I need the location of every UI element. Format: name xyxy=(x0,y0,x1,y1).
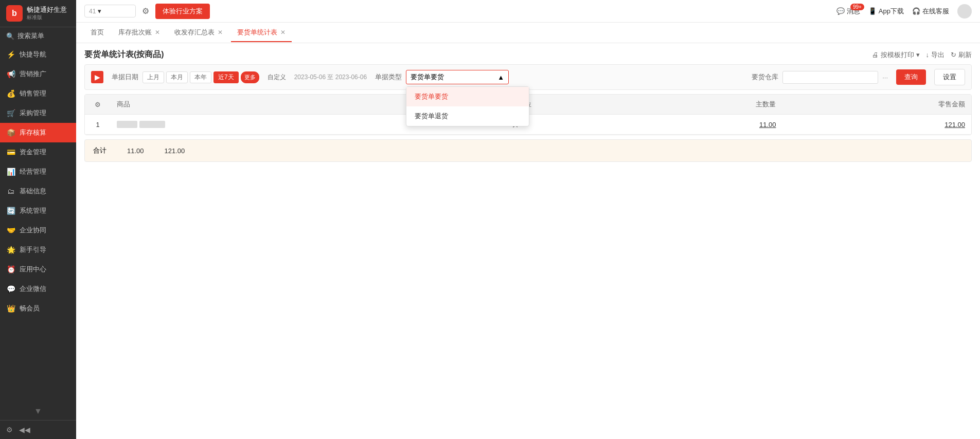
nav-icon-basic: 🗂 xyxy=(6,187,15,196)
sidebar-item-member[interactable]: 👑畅会员 xyxy=(0,299,76,318)
summary-label-text: 合计 xyxy=(93,146,106,155)
page-header: 要货单统计表(按商品) 🖨 按模板打印 ▾ ↓ 导出 ↻ 刷新 xyxy=(76,43,980,64)
date-shortcut-more[interactable]: 更多 xyxy=(241,71,259,83)
nav-icon-wechat: 💬 xyxy=(6,284,15,294)
nav-label-cooperation: 企业协同 xyxy=(20,226,46,235)
print-button[interactable]: 🖨 按模板打印 ▾ xyxy=(872,50,920,60)
cell-quantity-0: 11.00 xyxy=(626,115,782,135)
nav-label-finance: 资金管理 xyxy=(20,148,46,157)
sidebar-item-marketing[interactable]: 📢营销推广 xyxy=(0,64,76,84)
dropdown-item-label-0: 要货单要货 xyxy=(415,93,448,100)
sidebar-item-shortcut[interactable]: ⚡快捷导航 xyxy=(0,45,76,64)
refresh-label: 刷新 xyxy=(958,50,972,60)
filter-bar: ▶ 单据日期 上月本月本年近7天更多 自定义 2023-05-06 至 2023… xyxy=(84,64,972,90)
footer-summary-label: 合计 xyxy=(93,146,106,155)
print-icon: 🖨 xyxy=(872,51,879,59)
footer-amount: 121.00 xyxy=(165,147,185,155)
app-sub: 标准版 xyxy=(27,14,67,21)
settings-col-icon[interactable]: ⚙ xyxy=(95,101,101,108)
settings-button[interactable]: 设置 xyxy=(934,69,965,85)
search-icon: 🔍 xyxy=(6,32,14,40)
nav-icon-operations: 📊 xyxy=(6,167,15,176)
tab-close-3[interactable]: ✕ xyxy=(280,29,286,36)
sidebar-scroll-down[interactable]: ▼ xyxy=(0,403,76,420)
sidebar-item-cooperation[interactable]: 🤝企业协同 xyxy=(0,221,76,240)
sidebar-item-operations[interactable]: 📊经营管理 xyxy=(0,162,76,181)
tab-0[interactable]: 首页 xyxy=(84,24,110,42)
nav-icon-system: 🔄 xyxy=(6,206,15,215)
app-download-button[interactable]: 📱 App下载 xyxy=(868,7,904,16)
type-filter-group: 单据类型 要货单要货 ▲ 要货单要货 要货单退货 xyxy=(375,70,743,84)
tab-1[interactable]: 库存批次账✕ xyxy=(112,24,166,42)
sidebar-item-system[interactable]: 🔄系统管理 xyxy=(0,201,76,221)
header-right: 💬 消息 99+ 📱 App下载 🎧 在线客服 xyxy=(836,4,972,19)
sidebar-item-wechat[interactable]: 💬企业微信 xyxy=(0,279,76,299)
chevron-down-icon: ▾ xyxy=(98,7,101,15)
tab-3[interactable]: 要货单统计表✕ xyxy=(231,24,292,42)
tab-close-1[interactable]: ✕ xyxy=(155,29,160,36)
export-button[interactable]: ↓ 导出 xyxy=(926,50,945,60)
messages-button[interactable]: 💬 消息 99+ xyxy=(836,7,860,16)
header-gear-icon[interactable]: ⚙ xyxy=(142,6,149,16)
dropdown-item-0[interactable]: 要货单要货 xyxy=(406,87,529,106)
nav-icon-shortcut: ⚡ xyxy=(6,50,15,59)
nav-icon-inventory: 📦 xyxy=(6,128,15,137)
custom-date-button[interactable]: 自定义 xyxy=(263,72,290,83)
online-service-label: 在线客服 xyxy=(922,7,949,16)
sidebar-item-finance[interactable]: 💳资金管理 xyxy=(0,142,76,162)
store-number: 41 xyxy=(89,8,96,15)
footer-amount-value: 121.00 xyxy=(165,147,185,155)
warehouse-more-icon[interactable]: ··· xyxy=(882,74,888,81)
store-selector[interactable]: 41 ▾ xyxy=(84,5,136,17)
sidebar-item-appstore[interactable]: ⏰应用中心 xyxy=(0,260,76,279)
refresh-button[interactable]: ↻ 刷新 xyxy=(951,50,972,60)
type-filter-wrapper: 要货单要货 ▲ 要货单要货 要货单退货 xyxy=(406,70,509,84)
search-label: 搜索菜单 xyxy=(17,31,44,41)
cell-amount-0: 121.00 xyxy=(782,115,971,135)
sidebar-item-sales[interactable]: 💰销售管理 xyxy=(0,84,76,103)
col-quantity: 主数量 xyxy=(626,95,782,115)
message-icon: 💬 xyxy=(836,7,845,15)
nav-icon-member: 👑 xyxy=(6,304,15,313)
col-amount: 零售金额 xyxy=(782,95,971,115)
tab-close-2[interactable]: ✕ xyxy=(218,29,223,36)
date-shortcuts: 上月本月本年近7天更多 xyxy=(142,71,259,83)
print-label: 按模板打印 xyxy=(881,50,914,60)
query-button[interactable]: 查询 xyxy=(896,69,926,85)
sidebar-bottom: ⚙ ◀◀ xyxy=(0,420,76,439)
warehouse-filter-group: 要货仓库 ··· xyxy=(752,71,888,84)
filter-expand-button[interactable]: ▶ xyxy=(91,71,103,83)
date-shortcut-2[interactable]: 本年 xyxy=(190,71,211,83)
date-filter-group: 单据日期 上月本月本年近7天更多 自定义 2023-05-06 至 2023-0… xyxy=(112,71,367,83)
dropdown-item-1[interactable]: 要货单退货 xyxy=(406,106,529,126)
nav-icon-appstore: ⏰ xyxy=(6,265,15,274)
online-service-button[interactable]: 🎧 在线客服 xyxy=(912,7,949,16)
date-filter-label: 单据日期 xyxy=(112,72,138,82)
sidebar-item-basic[interactable]: 🗂基础信息 xyxy=(0,181,76,201)
table-footer: 合计 11.00 121.00 xyxy=(84,139,972,162)
nav-icon-cooperation: 🤝 xyxy=(6,226,15,235)
trial-button[interactable]: 体验行业方案 xyxy=(155,4,210,19)
print-chevron-icon: ▾ xyxy=(916,51,920,59)
nav-icon-guide: 🌟 xyxy=(6,245,15,254)
type-dropdown: 要货单要货 要货单退货 xyxy=(406,86,529,126)
tab-2[interactable]: 收发存汇总表✕ xyxy=(168,24,229,42)
search-menu[interactable]: 🔍 搜索菜单 xyxy=(0,27,76,45)
cell-index-0: 1 xyxy=(85,115,111,135)
col-settings: ⚙ xyxy=(85,95,111,115)
chevron-up-icon: ▲ xyxy=(497,74,504,81)
user-avatar[interactable] xyxy=(957,4,972,19)
date-shortcut-0[interactable]: 上月 xyxy=(142,71,164,83)
date-shortcut-3[interactable]: 近7天 xyxy=(213,71,239,83)
sidebar-item-inventory[interactable]: 📦库存核算 xyxy=(0,123,76,142)
sidebar-item-purchase[interactable]: 🛒采购管理 xyxy=(0,103,76,123)
settings-icon[interactable]: ⚙ xyxy=(6,426,13,434)
warehouse-input[interactable] xyxy=(782,71,878,84)
nav-icon-marketing: 📢 xyxy=(6,69,15,79)
sidebar-item-guide[interactable]: 🌟新手引导 xyxy=(0,240,76,260)
page-area: 要货单统计表(按商品) 🖨 按模板打印 ▾ ↓ 导出 ↻ 刷新 ▶ xyxy=(76,43,980,439)
tab-label-2: 收发存汇总表 xyxy=(174,28,215,37)
collapse-icon[interactable]: ◀◀ xyxy=(19,426,30,434)
type-filter-select[interactable]: 要货单要货 ▲ xyxy=(406,70,509,84)
date-shortcut-1[interactable]: 本月 xyxy=(166,71,188,83)
